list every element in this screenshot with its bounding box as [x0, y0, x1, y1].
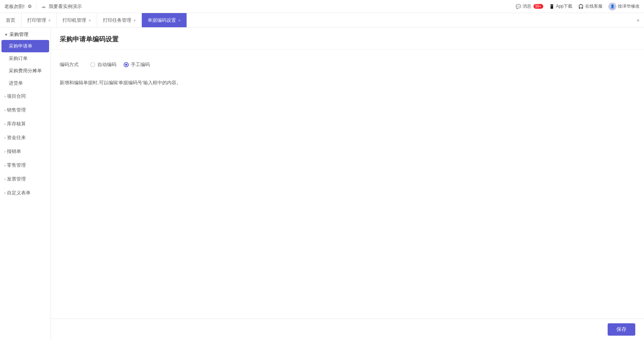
message-icon: 💬: [516, 4, 521, 9]
top-bar-right: 💬 消息 99+ 📱 App下载 🎧 在线客服 👤 徐泽华修改: [516, 3, 640, 11]
sidebar-item-purchase-order[interactable]: 采购订单: [0, 52, 51, 65]
sidebar-item-purchase-expense[interactable]: 采购费用分摊单: [0, 65, 51, 77]
tab-print-task-label: 打印任务管理: [103, 17, 131, 24]
tab-bar: 首页 打印管理 × 打印机管理 × 打印任务管理 × 单据编码设置 × ×: [0, 13, 644, 28]
custom-form-label: 自定义表单: [7, 190, 31, 196]
returns-label: 报销单: [7, 148, 21, 155]
app-download-item[interactable]: 📱 App下载: [549, 3, 572, 9]
top-bar-left: 老板勿割! ⚙ ☁ 我要看实例演示: [4, 3, 82, 10]
sidebar-group-inventory[interactable]: › 库存核算: [0, 117, 51, 131]
purchase-group-label: 采购管理: [9, 31, 28, 38]
message-item[interactable]: 💬 消息 99+: [516, 3, 543, 9]
radio-group: 自动编码 手工编码: [90, 61, 150, 68]
radio-manual-label: 手工编码: [131, 61, 150, 68]
main-layout: ▼ 采购管理 采购申请单 采购订单 采购费用分摊单 进货单 › 项目合同 › 销…: [0, 28, 644, 340]
invoice-label: 发票管理: [7, 176, 26, 182]
content-footer: 保存: [51, 319, 644, 340]
tab-printer-mgmt-label: 打印机管理: [63, 17, 86, 24]
demo-text[interactable]: 我要看实例演示: [49, 3, 82, 10]
app-download-label: App下载: [556, 3, 572, 9]
content-area: 采购申请单编码设置 编码方式 自动编码 手工编码 新增和编辑单据时: [51, 28, 644, 340]
tab-print-task-close[interactable]: ×: [133, 18, 136, 23]
sidebar-item-purchase-order-label: 采购订单: [9, 56, 28, 61]
sidebar-item-purchase-request-label: 采购申请单: [9, 43, 32, 49]
radio-manual-circle: [124, 62, 129, 67]
tab-print-mgmt-label: 打印管理: [27, 17, 46, 24]
capital-label: 资金往来: [7, 134, 26, 141]
user-name: 徐泽华修改: [618, 3, 640, 9]
tab-home[interactable]: 首页: [0, 13, 21, 27]
close-all-icon[interactable]: ×: [637, 17, 640, 23]
capital-arrow: ›: [4, 136, 5, 140]
settings-icon[interactable]: ⚙: [28, 4, 32, 9]
purchase-arrow: ▼: [4, 33, 8, 37]
sidebar: ▼ 采购管理 采购申请单 采购订单 采购费用分摊单 进货单 › 项目合同 › 销…: [0, 28, 51, 340]
sidebar-group-custom-form[interactable]: › 自定义表单: [0, 186, 51, 200]
project-contract-arrow: ›: [4, 94, 5, 98]
sales-arrow: ›: [4, 108, 5, 112]
radio-auto[interactable]: 自动编码: [90, 61, 116, 68]
content-header: 采购申请单编码设置: [51, 28, 644, 50]
page-title: 采购申请单编码设置: [60, 35, 635, 44]
radio-auto-circle: [90, 62, 95, 67]
radio-manual[interactable]: 手工编码: [124, 61, 150, 68]
sidebar-group-capital[interactable]: › 资金往来: [0, 131, 51, 145]
tab-print-mgmt-close[interactable]: ×: [48, 18, 51, 23]
inventory-arrow: ›: [4, 122, 5, 126]
project-contract-label: 项目合同: [7, 93, 26, 100]
user-item[interactable]: 👤 徐泽华修改: [608, 3, 640, 11]
radio-auto-label: 自动编码: [97, 61, 116, 68]
sidebar-item-inbound[interactable]: 进货单: [0, 77, 51, 89]
tab-printer-mgmt-close[interactable]: ×: [88, 18, 91, 23]
sidebar-group-sales[interactable]: › 销售管理: [0, 103, 51, 117]
tab-single-code-label: 单据编码设置: [148, 17, 176, 24]
sidebar-group-returns[interactable]: › 报销单: [0, 145, 51, 158]
tab-home-label: 首页: [6, 17, 15, 24]
avatar: 👤: [608, 3, 616, 11]
sidebar-item-purchase-expense-label: 采购费用分摊单: [9, 68, 42, 73]
divider: [36, 4, 37, 9]
sales-label: 销售管理: [7, 107, 26, 113]
custom-form-arrow: ›: [4, 191, 5, 195]
online-service-item[interactable]: 🎧 在线客服: [578, 3, 603, 9]
online-service-label: 在线客服: [585, 3, 603, 9]
tab-single-code-close[interactable]: ×: [178, 18, 180, 23]
retail-label: 零售管理: [7, 162, 26, 169]
tab-printer-mgmt[interactable]: 打印机管理 ×: [57, 13, 97, 27]
sidebar-group-purchase[interactable]: ▼ 采购管理: [0, 28, 51, 40]
tab-print-task[interactable]: 打印任务管理 ×: [97, 13, 142, 27]
top-bar: 老板勿割! ⚙ ☁ 我要看实例演示 💬 消息 99+ 📱 App下载 🎧 在线客…: [0, 0, 644, 13]
tab-bar-end: ×: [187, 13, 644, 27]
sidebar-group-invoice[interactable]: › 发票管理: [0, 172, 51, 186]
sidebar-item-inbound-label: 进货单: [9, 80, 23, 86]
message-label: 消息: [523, 3, 531, 9]
tab-single-code[interactable]: 单据编码设置 ×: [142, 13, 187, 27]
headset-icon: 🎧: [578, 4, 584, 9]
brand-label: 老板勿割!: [4, 3, 25, 10]
sidebar-group-retail[interactable]: › 零售管理: [0, 158, 51, 172]
inventory-label: 库存核算: [7, 121, 26, 127]
cloud-icon: ☁: [41, 4, 46, 9]
tab-print-mgmt[interactable]: 打印管理 ×: [21, 13, 57, 27]
sidebar-group-project-contract[interactable]: › 项目合同: [0, 89, 51, 103]
returns-arrow: ›: [4, 150, 5, 154]
coding-row: 编码方式 自动编码 手工编码: [60, 57, 635, 72]
coding-label: 编码方式: [60, 61, 81, 68]
invoice-arrow: ›: [4, 177, 5, 181]
sidebar-item-purchase-request[interactable]: 采购申请单: [1, 40, 49, 52]
app-icon: 📱: [549, 4, 555, 9]
save-button[interactable]: 保存: [608, 323, 635, 336]
content-body: 编码方式 自动编码 手工编码 新增和编辑单据时,可以编辑'单据编码号'输入框中的…: [51, 50, 644, 319]
hint-text: 新增和编辑单据时,可以编辑'单据编码号'输入框中的内容。: [60, 80, 635, 86]
retail-arrow: ›: [4, 163, 5, 167]
message-badge: 99+: [533, 4, 543, 9]
